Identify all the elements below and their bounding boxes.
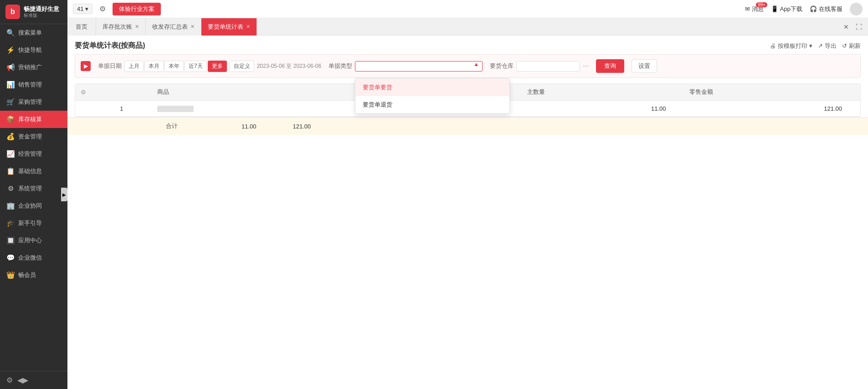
col-goods: 商品 bbox=[152, 84, 351, 101]
app-logo-text: 畅捷通好生意 标准版 bbox=[24, 5, 59, 18]
sidebar: b 畅捷通好生意 标准版 🔍 搜索菜单 ⚡ 快捷导航 📢 营销推广 📊 销售管理… bbox=[0, 0, 67, 389]
sidebar-bottom: ⚙ ◀▶ bbox=[0, 371, 67, 389]
row-gear-0[interactable] bbox=[75, 101, 92, 117]
filter-settings-button[interactable]: 设置 bbox=[632, 59, 657, 73]
export-button[interactable]: ↗ 导出 bbox=[818, 42, 837, 50]
tab-label-home: 首页 bbox=[76, 23, 87, 31]
sidebar-label-sales: 销售管理 bbox=[18, 81, 42, 89]
refresh-button[interactable]: ↺ 刷新 bbox=[842, 42, 861, 50]
app-download-item[interactable]: 📱 App下载 bbox=[771, 5, 802, 13]
type-select-input[interactable] bbox=[355, 61, 483, 72]
print-button[interactable]: 🖨 按模板打印 ▾ bbox=[770, 42, 812, 50]
filter-expand-button[interactable]: ▶ bbox=[81, 61, 91, 71]
collapse-icon[interactable]: ◀▶ bbox=[17, 376, 28, 384]
sidebar-item-quick-nav[interactable]: ⚡ 快捷导航 bbox=[0, 41, 67, 59]
tab-close-all-btn[interactable]: ✕ bbox=[841, 21, 852, 32]
marketing-icon: 📢 bbox=[6, 63, 15, 72]
date-range-display: 2023-05-06 至 2023-06-06 bbox=[257, 62, 321, 70]
guide-icon: 🎓 bbox=[6, 219, 15, 227]
dropdown-item-yh-order[interactable]: 要货单要货 bbox=[355, 79, 509, 96]
filter-more-icon[interactable]: ··· bbox=[583, 62, 589, 70]
tab-close-order-stats[interactable]: ✕ bbox=[246, 24, 250, 30]
sidebar-item-wechat[interactable]: 💬 企业微信 bbox=[0, 249, 67, 266]
page-actions: 🖨 按模板打印 ▾ ↗ 导出 ↺ 刷新 bbox=[770, 42, 861, 50]
tab-order-stats[interactable]: 要货单统计表 ✕ bbox=[201, 18, 257, 36]
tab-label-order-stats: 要货单统计表 bbox=[208, 23, 243, 31]
sidebar-item-marketing[interactable]: 📢 营销推广 bbox=[0, 59, 67, 76]
tab-close-recv-summary[interactable]: ✕ bbox=[190, 24, 195, 30]
sidebar-item-ops[interactable]: 📈 经营管理 bbox=[0, 145, 67, 163]
sidebar-item-apps[interactable]: 🔲 应用中心 bbox=[0, 232, 67, 249]
custom-date-btn[interactable]: 自定义 bbox=[230, 61, 254, 72]
sidebar-label-wechat: 企业微信 bbox=[18, 254, 42, 262]
sidebar-label-marketing: 营销推广 bbox=[18, 63, 42, 72]
user-avatar[interactable] bbox=[850, 3, 863, 15]
sidebar-label-guide: 新手引导 bbox=[18, 219, 42, 227]
sidebar-item-inventory[interactable]: 📦 库存核算 bbox=[0, 111, 67, 128]
table-footer: 合计 11.00 121.00 bbox=[67, 117, 868, 135]
sidebar-item-search[interactable]: 🔍 搜索菜单 bbox=[0, 24, 67, 41]
date-buttons: 上月 本月 本年 近7天 更多 bbox=[124, 61, 227, 72]
col-gear[interactable]: ⚙ bbox=[75, 84, 92, 101]
app-logo-icon: b bbox=[5, 5, 20, 19]
sidebar-item-basic[interactable]: 📋 基础信息 bbox=[0, 163, 67, 180]
topbar-settings-icon[interactable]: ⚙ bbox=[96, 3, 109, 15]
refresh-icon: ↺ bbox=[842, 42, 847, 49]
tab-label-recv-summary: 收发存汇总表 bbox=[152, 23, 188, 31]
tab-close-inventory-batch[interactable]: ✕ bbox=[135, 24, 139, 30]
tab-inventory-batch[interactable]: 库存批次账 ✕ bbox=[96, 18, 146, 36]
ops-icon: 📈 bbox=[6, 150, 15, 158]
tabs-actions: ✕ ⛶ bbox=[841, 21, 868, 32]
message-item[interactable]: ✉ 消息 99+ bbox=[745, 5, 764, 13]
topbar-right: ✉ 消息 99+ 📱 App下载 🎧 在线客服 bbox=[745, 3, 863, 15]
footer-amount: 121.00 bbox=[293, 123, 311, 130]
sidebar-label-inventory: 库存核算 bbox=[18, 115, 42, 123]
this-month-btn[interactable]: 本月 bbox=[144, 61, 164, 72]
sidebar-item-purchase[interactable]: 🛒 采购管理 bbox=[0, 93, 67, 111]
footer-label: 合计 bbox=[166, 122, 178, 130]
sidebar-item-finance[interactable]: 💰 资金管理 bbox=[0, 128, 67, 145]
finance-icon: 💰 bbox=[6, 133, 15, 141]
sidebar-item-enterprise[interactable]: 🏢 企业协同 bbox=[0, 197, 67, 215]
sidebar-item-system[interactable]: ⚙ 系统管理 bbox=[0, 180, 67, 197]
sidebar-item-sales[interactable]: 📊 销售管理 bbox=[0, 76, 67, 93]
date-filter-label: 单据日期 bbox=[98, 62, 122, 70]
col-no bbox=[92, 84, 152, 101]
more-btn[interactable]: 更多 bbox=[208, 61, 227, 72]
online-service-item[interactable]: 🎧 在线客服 bbox=[810, 5, 842, 13]
topbar-left: 41 ▾ ⚙ 体验行业方案 bbox=[73, 3, 740, 15]
last7-btn[interactable]: 近7天 bbox=[185, 61, 207, 72]
date-filter-group: 单据日期 上月 本月 本年 近7天 更多 自定义 2023-05-06 至 20… bbox=[98, 61, 321, 72]
store-selector[interactable]: 41 ▾ bbox=[73, 4, 92, 14]
row-goods-0 bbox=[152, 101, 351, 117]
online-service-label: 在线客服 bbox=[819, 5, 842, 13]
sidebar-label-purchase: 采购管理 bbox=[18, 98, 42, 106]
tab-home[interactable]: 首页 bbox=[67, 18, 96, 36]
sidebar-label-quick-nav: 快捷导航 bbox=[18, 46, 42, 54]
export-icon: ↗ bbox=[818, 42, 823, 49]
footer-qty: 11.00 bbox=[241, 123, 257, 130]
sidebar-item-member[interactable]: 👑 畅会员 bbox=[0, 266, 67, 284]
settings-icon[interactable]: ⚙ bbox=[6, 376, 13, 384]
sidebar-label-member: 畅会员 bbox=[18, 271, 36, 279]
row-qty-0: 11.00 bbox=[522, 101, 684, 117]
member-icon: 👑 bbox=[6, 271, 15, 279]
app-download-icon: 📱 bbox=[771, 5, 778, 12]
inventory-icon: 📦 bbox=[6, 115, 15, 123]
message-icon: ✉ bbox=[745, 5, 750, 12]
last-month-btn[interactable]: 上月 bbox=[124, 61, 144, 72]
print-icon: 🖨 bbox=[770, 42, 776, 49]
this-year-btn[interactable]: 本年 bbox=[164, 61, 184, 72]
warehouse-input[interactable] bbox=[516, 61, 580, 72]
sidebar-toggle[interactable]: ▶ bbox=[61, 188, 67, 201]
industry-button[interactable]: 体验行业方案 bbox=[113, 3, 161, 15]
tab-expand-btn[interactable]: ⛶ bbox=[853, 21, 864, 32]
sidebar-item-guide[interactable]: 🎓 新手引导 bbox=[0, 215, 67, 232]
tab-recv-summary[interactable]: 收发存汇总表 ✕ bbox=[146, 18, 201, 36]
col-amount: 零售金额 bbox=[684, 84, 860, 101]
dropdown-item-yh-return[interactable]: 要货单退货 bbox=[355, 96, 509, 113]
type-select-wrapper: ▲ 要货单要货要货单退货 bbox=[355, 61, 483, 72]
col-qty: 主数量 bbox=[522, 84, 684, 101]
sidebar-label-enterprise: 企业协同 bbox=[18, 202, 42, 210]
query-button[interactable]: 查询 bbox=[596, 59, 624, 73]
